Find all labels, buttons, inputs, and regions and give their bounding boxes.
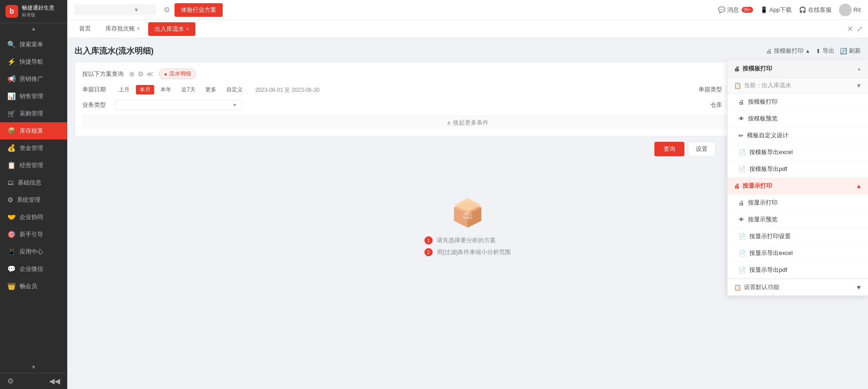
refresh-action[interactable]: 🔄 刷新: [840, 47, 861, 55]
message-item[interactable]: 💬 消息 99+: [718, 6, 753, 14]
sidebar-nav: 🔍搜索菜单⚡快捷导航📢营销推广📊销售管理🛒采购管理📦库存核算💰资金管理📋经营管理…: [0, 34, 67, 362]
rp-display-preview[interactable]: 👁 按显示预览: [728, 211, 868, 228]
sidebar-basic-icon: 🗂: [7, 179, 14, 186]
print-icon: 🖨: [766, 48, 772, 55]
sidebar-item-funds[interactable]: 💰资金管理: [0, 140, 67, 157]
sidebar-collab-icon: 🤝: [7, 213, 16, 221]
settings-filter-icon[interactable]: ⚙: [138, 70, 144, 78]
sidebar-item-collab[interactable]: 🤝企业协同: [0, 209, 67, 226]
tab-inout-flow-close[interactable]: ×: [186, 26, 189, 32]
sidebar-inventory-label: 库存核算: [20, 127, 43, 135]
sidebar-collab-label: 企业协同: [20, 213, 43, 221]
rp-dpdf-label: 按显示导出pdf: [749, 266, 787, 274]
date-this-year[interactable]: 本年: [157, 85, 175, 95]
app-download-item[interactable]: 📱 App下载: [760, 6, 792, 14]
close-window-icon[interactable]: ✕: [847, 25, 853, 33]
rp-current-template[interactable]: 📋 当前：出入库流水 ▼: [728, 78, 868, 94]
filter-icons: ⊕ ⚙ ≪: [129, 70, 154, 78]
sidebar-item-app_center[interactable]: 📱应用中心: [0, 243, 67, 260]
date-custom[interactable]: 自定义: [223, 85, 246, 95]
search-dropdown-icon[interactable]: ▼: [134, 7, 139, 13]
rp-template-custom[interactable]: ✏ 模板自定义设计: [728, 127, 868, 144]
tab-inventory-batch[interactable]: 库存批次账 ×: [99, 22, 146, 36]
rp-template-print[interactable]: 🖨 按模板打印: [728, 94, 868, 110]
sidebar-scroll-up[interactable]: ▲: [0, 23, 67, 34]
page-actions: 🖨 按模板打印 ▲ ⬆ 导出 🔄 刷新: [766, 47, 861, 55]
topbar: ▼ ⚙ 体验行业方案 💬 消息 99+ 📱 App下载 🎧 在线客服 Rit: [67, 0, 868, 20]
business-type-select[interactable]: ▼: [115, 100, 242, 110]
rp-template-pdf[interactable]: 📄 按模板导出pdf: [728, 161, 868, 178]
print-action[interactable]: 🖨 按模板打印 ▲: [766, 47, 810, 55]
rp-footer-label: 设置默认功能: [744, 283, 779, 291]
setting-button[interactable]: 设置: [688, 142, 715, 156]
tab-home[interactable]: 首页: [73, 22, 97, 36]
rp-title-label: 按模板打印: [743, 65, 772, 73]
sidebar-item-marketing[interactable]: 📢营销推广: [0, 70, 67, 88]
filter-section-label: 按以下方案查询: [82, 70, 124, 78]
rp-template-excel[interactable]: 📄 按模板导出excel: [728, 144, 868, 161]
rp-display-print-settings[interactable]: 📄 按显示打印设置: [728, 228, 868, 245]
rp-display-section[interactable]: 🖨 按显示打印 ▲: [728, 178, 868, 194]
add-filter-icon[interactable]: ⊕: [129, 70, 135, 78]
sidebar-item-guide[interactable]: 🎯新手引导: [0, 226, 67, 243]
try-industry-btn[interactable]: 体验行业方案: [175, 3, 223, 17]
tab-inventory-batch-label: 库存批次账: [105, 25, 135, 33]
maximize-window-icon[interactable]: ⤢: [857, 25, 863, 33]
query-button[interactable]: 查询: [654, 142, 684, 156]
rp-header-chevron[interactable]: ▲: [857, 66, 862, 71]
sidebar-app_center-icon: 📱: [7, 248, 16, 256]
rp-tprint-label: 按模板打印: [748, 98, 778, 106]
rp-footer[interactable]: 📋 设置默认功能 ▼: [728, 279, 868, 295]
rp-dprintsettings-icon: 📄: [738, 233, 746, 240]
sidebar: b 畅捷通好生意 标准版 ▲ 🔍搜索菜单⚡快捷导航📢营销推广📊销售管理🛒采购管理…: [0, 0, 67, 389]
topbar-left: ▼ ⚙ 体验行业方案: [75, 3, 223, 17]
sidebar-item-system[interactable]: ⚙系统管理: [0, 191, 67, 209]
sidebar-item-search[interactable]: 🔍搜索菜单: [0, 36, 67, 53]
sidebar-item-vip[interactable]: 👑畅会员: [0, 278, 67, 295]
rp-tprint-icon: 🖨: [738, 99, 744, 105]
export-action[interactable]: ⬆ 导出: [816, 47, 834, 55]
tab-inout-flow[interactable]: 出入库流水 ×: [148, 22, 195, 36]
sidebar-item-inventory[interactable]: 📦库存核算: [0, 122, 67, 140]
rp-display-print[interactable]: 🖨 按显示打印: [728, 194, 868, 211]
sidebar-scroll-down[interactable]: ▼: [0, 362, 67, 373]
topbar-search-box[interactable]: ▼: [75, 5, 156, 15]
date-more[interactable]: 更多: [202, 85, 220, 95]
export-icon: ⬆: [816, 48, 821, 55]
date-this-month[interactable]: 本月: [136, 85, 154, 95]
rp-dprint-icon: 🖨: [738, 199, 744, 206]
sidebar-operations-label: 经营管理: [20, 161, 43, 170]
sidebar-item-quick_nav[interactable]: ⚡快捷导航: [0, 53, 67, 70]
collapse-filter-icon[interactable]: ≪: [146, 70, 154, 78]
topbar-gear-icon[interactable]: ⚙: [164, 5, 170, 14]
sidebar-item-purchase[interactable]: 🛒采购管理: [0, 105, 67, 122]
sidebar-item-operations[interactable]: 📋经营管理: [0, 157, 67, 174]
step2-text: 用[过滤]条件来缩小分析范围: [437, 249, 511, 255]
collapse-sidebar-icon[interactable]: ◀◀: [49, 377, 60, 385]
print-arrow-icon[interactable]: ▲: [805, 48, 810, 54]
sidebar-item-wechat[interactable]: 💬企业微信: [0, 260, 67, 278]
date-7days[interactable]: 近7天: [178, 85, 199, 95]
rp-template-preview[interactable]: 👁 按模板预览: [728, 110, 868, 127]
message-icon: 💬: [718, 6, 725, 13]
date-last-month[interactable]: 上月: [115, 85, 133, 95]
step2-num: 2: [424, 248, 433, 256]
sidebar-item-basic[interactable]: 🗂基础信息: [0, 174, 67, 191]
rp-dexcel-label: 按显示导出excel: [749, 249, 793, 257]
avatar: [839, 4, 852, 16]
sidebar-app_center-label: 应用中心: [20, 248, 43, 256]
sidebar-marketing-icon: 📢: [7, 75, 16, 83]
rp-display-excel[interactable]: 📄 按显示导出excel: [728, 245, 868, 262]
user-item[interactable]: Rit: [839, 4, 861, 16]
message-badge: 99+: [742, 7, 753, 13]
tab-inventory-batch-close[interactable]: ×: [137, 25, 140, 32]
rp-texcel-icon: 📄: [738, 149, 746, 156]
rp-display-pdf[interactable]: 📄 按显示导出pdf: [728, 262, 868, 279]
sidebar-basic-label: 基础信息: [18, 179, 41, 187]
sidebar-item-sales[interactable]: 📊销售管理: [0, 88, 67, 105]
filter-tag[interactable]: ● 流水明细: [159, 69, 196, 79]
sidebar-sales-icon: 📊: [7, 92, 16, 100]
settings-icon[interactable]: ⚙: [7, 377, 14, 385]
search-input[interactable]: [79, 6, 134, 13]
online-service-item[interactable]: 🎧 在线客服: [799, 6, 832, 14]
